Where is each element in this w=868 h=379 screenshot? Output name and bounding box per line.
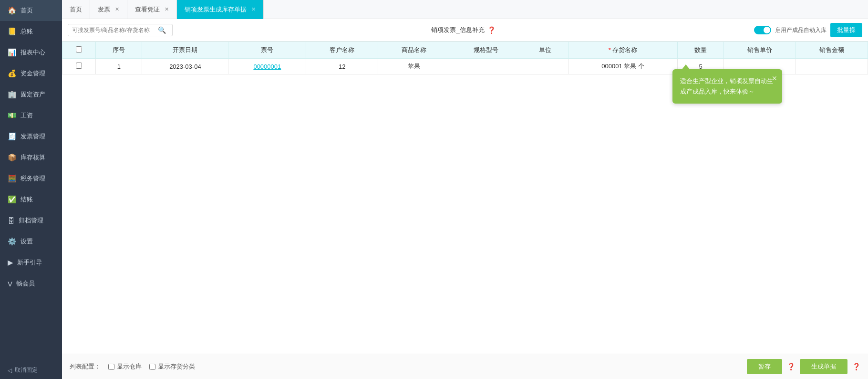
th-amount: 销售金额 <box>796 42 868 59</box>
toolbar-center: 销项发票_信息补充 ❓ <box>431 26 495 34</box>
tab-stockreceipt[interactable]: 销项发票生成库存单据 ✕ <box>177 0 264 19</box>
archive-icon: 🗄 <box>8 217 15 225</box>
save-button[interactable]: 暂存 <box>747 359 782 374</box>
sidebar-item-tax[interactable]: 🧮 税务管理 <box>0 168 62 189</box>
table-header-row: 序号 开票日期 票号 客户名称 商品名称 规格型号 单位 存货名称 数量 销售单… <box>62 42 868 59</box>
row-customer: 12 <box>306 59 378 74</box>
sidebar-item-settings[interactable]: ⚙️ 设置 <box>0 231 62 252</box>
search-icon[interactable]: 🔍 <box>158 26 166 34</box>
toolbar: 🔍 销项发票_信息补充 ❓ 启用产成品自动入库 批量操 <box>62 19 868 42</box>
bottom-bar-right: 暂存 ❓ 生成单据 ❓ <box>747 359 860 374</box>
batch-button[interactable]: 批量操 <box>830 23 862 37</box>
tab-stockreceipt-close[interactable]: ✕ <box>251 6 256 12</box>
sidebar-item-home[interactable]: 🏠 首页 <box>0 0 62 21</box>
row-spec <box>450 59 522 74</box>
save-info-icon[interactable]: ❓ <box>787 363 795 370</box>
search-input[interactable] <box>72 27 158 33</box>
bottom-bar-left: 列表配置： 显示仓库 显示存货分类 <box>70 362 195 371</box>
sidebar-item-fund[interactable]: 💰 资金管理 <box>0 63 62 84</box>
show-warehouse-label[interactable]: 显示仓库 <box>108 362 142 371</box>
generate-button[interactable]: 生成单据 <box>800 359 847 374</box>
row-amount <box>796 59 868 74</box>
home-icon: 🏠 <box>8 6 17 15</box>
th-spec: 规格型号 <box>450 42 522 59</box>
center-label: 销项发票_信息补充 <box>431 26 484 34</box>
auto-inbound-toggle[interactable] <box>754 26 771 34</box>
fixed-icon: 🏢 <box>8 90 17 99</box>
inventory-icon: 📦 <box>8 153 17 162</box>
tab-invoice-close[interactable]: ✕ <box>115 6 119 12</box>
th-seq: 序号 <box>96 42 142 59</box>
th-invoice-no: 票号 <box>228 42 306 59</box>
row-invoice-no[interactable]: 00000001 <box>228 59 306 74</box>
show-category-label[interactable]: 显示存货分类 <box>149 362 195 371</box>
tooltip-close-button[interactable]: ✕ <box>772 73 777 84</box>
salary-icon: 💵 <box>8 111 17 120</box>
bottom-bar: 列表配置： 显示仓库 显示存货分类 暂存 ❓ 生成单据 ❓ <box>62 354 868 379</box>
sidebar-item-invoice[interactable]: 🧾 发票管理 <box>0 126 62 147</box>
th-inventory: 存货名称 <box>568 42 678 59</box>
fund-icon: 💰 <box>8 69 17 78</box>
sidebar-item-ledger[interactable]: 📒 总账 <box>0 21 62 42</box>
sidebar-item-salary[interactable]: 💵 工资 <box>0 105 62 126</box>
invoice-icon: 🧾 <box>8 132 17 141</box>
tooltip-box: ✕ 适合生产型企业，销项发票自动生成产成品入库，快来体验～ <box>672 69 782 104</box>
sidebar-item-fixed[interactable]: 🏢 固定资产 <box>0 84 62 105</box>
select-all-checkbox[interactable] <box>76 46 82 53</box>
unpin-button[interactable]: ◁ 取消固定 <box>0 361 62 379</box>
tab-voucher-close[interactable]: ✕ <box>165 6 169 12</box>
row-goods: 苹果 <box>378 59 450 74</box>
main-area: 首页 发票 ✕ 查看凭证 ✕ 销项发票生成库存单据 ✕ 🔍 销项发票_信息补充 <box>62 0 868 379</box>
tab-voucher[interactable]: 查看凭证 ✕ <box>127 0 177 19</box>
tax-icon: 🧮 <box>8 174 17 183</box>
report-icon: 📊 <box>8 48 17 57</box>
info-icon[interactable]: ❓ <box>487 26 496 34</box>
page-content: 🔍 销项发票_信息补充 ❓ 启用产成品自动入库 批量操 序号 开票日 <box>62 19 868 379</box>
row-seq: 1 <box>96 59 142 74</box>
generate-info-icon[interactable]: ❓ <box>852 363 860 370</box>
tooltip-text: 适合生产型企业，销项发票自动生成产成品入库，快来体验～ <box>680 77 773 95</box>
toolbar-left: 🔍 <box>68 24 173 36</box>
toolbar-right: 启用产成品自动入库 批量操 <box>754 23 862 37</box>
th-price: 销售单价 <box>724 42 796 59</box>
ledger-icon: 📒 <box>8 27 17 36</box>
row-inventory[interactable]: 000001 苹果 个 <box>568 59 678 74</box>
tab-invoice[interactable]: 发票 ✕ <box>90 0 127 19</box>
sidebar-item-report[interactable]: 📊 报表中心 <box>0 42 62 63</box>
show-category-checkbox[interactable] <box>149 364 155 370</box>
sidebar-item-settle[interactable]: ✅ 结账 <box>0 189 62 210</box>
th-goods: 商品名称 <box>378 42 450 59</box>
member-icon: V <box>8 280 12 288</box>
sidebar-item-guide[interactable]: ▶ 新手引导 <box>0 252 62 273</box>
th-customer: 客户名称 <box>306 42 378 59</box>
th-checkbox[interactable] <box>62 42 96 59</box>
row-unit <box>522 59 568 74</box>
row-select-checkbox[interactable] <box>76 63 82 69</box>
config-label: 列表配置： <box>70 362 101 371</box>
show-warehouse-checkbox[interactable] <box>108 364 114 370</box>
guide-icon: ▶ <box>8 258 13 267</box>
settle-icon: ✅ <box>8 195 17 204</box>
sidebar-item-archive[interactable]: 🗄 归档管理 <box>0 210 62 231</box>
th-unit: 单位 <box>522 42 568 59</box>
sidebar-item-inventory[interactable]: 📦 库存核算 <box>0 147 62 168</box>
toggle-label: 启用产成品自动入库 <box>775 26 827 34</box>
th-date: 开票日期 <box>142 42 228 59</box>
row-date: 2023-03-04 <box>142 59 228 74</box>
sidebar-item-member[interactable]: V 畅会员 <box>0 273 62 294</box>
settings-icon: ⚙️ <box>8 237 17 246</box>
row-checkbox[interactable] <box>62 59 96 74</box>
th-qty: 数量 <box>677 42 723 59</box>
tab-home[interactable]: 首页 <box>62 0 90 19</box>
tabs-bar: 首页 发票 ✕ 查看凭证 ✕ 销项发票生成库存单据 ✕ <box>62 0 868 19</box>
sidebar: 🏠 首页 📒 总账 📊 报表中心 💰 资金管理 🏢 固定资产 💵 工资 🧾 发票… <box>0 0 62 379</box>
unpin-icon: ◁ <box>8 367 12 374</box>
search-box[interactable]: 🔍 <box>68 24 173 36</box>
